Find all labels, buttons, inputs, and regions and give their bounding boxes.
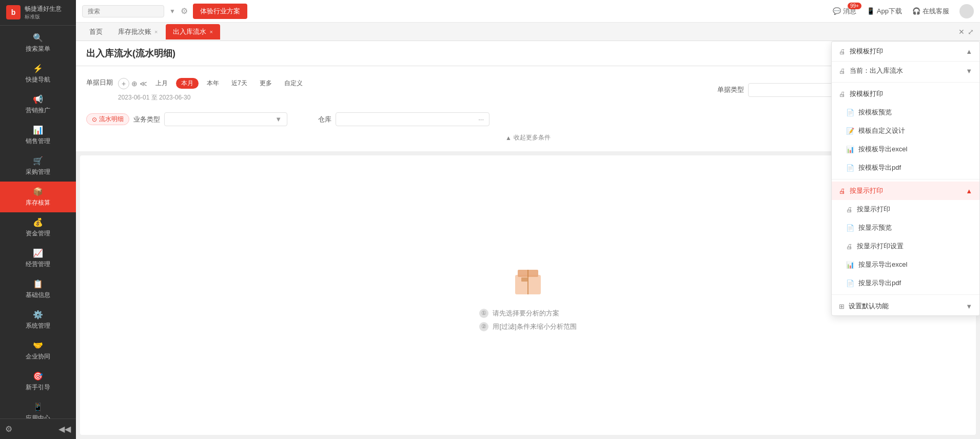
filter-tag-label: 流水明细 (99, 115, 124, 124)
step-num-1: ① (479, 309, 488, 318)
message-badge: 99+ (848, 3, 861, 9)
sidebar-label-quick-nav: 快捷导航 (26, 75, 50, 84)
dropdown-panel: 🖨 按模板打印 ▲ 🖨 当前：出入库流水 ▼ 🖨 按模板打印 📄 按模板 (831, 41, 980, 316)
wh-more-icon[interactable]: ··· (478, 115, 484, 123)
sidebar-icon-sales: 📊 (33, 125, 43, 135)
collapse-btn[interactable]: ▲ 收起更多条件 (505, 130, 551, 145)
sidebar-item-marketing[interactable]: 📢 营销推广 (0, 89, 76, 120)
wh-filter-label: 仓库 (318, 115, 331, 124)
app-logo-icon: b (6, 5, 21, 19)
dp-tpdf-icon: 📄 (846, 164, 854, 172)
app-name: 畅捷通好生意 (25, 5, 62, 13)
user-avatar[interactable] (959, 4, 974, 18)
dp-display-print-item[interactable]: 🖨 按显示打印 (832, 200, 979, 218)
date-opt-last-month[interactable]: 上月 (151, 78, 172, 89)
dp-tcust-label: 模板自定义设计 (858, 126, 905, 135)
dp-divider-3 (832, 294, 979, 295)
tab-home[interactable]: 首页 (82, 24, 110, 39)
filter-setting-icon[interactable]: ⊕ (131, 79, 138, 88)
dp-tp-icon: 🖨 (839, 90, 846, 98)
date-opt-custom[interactable]: 自定义 (280, 78, 307, 89)
sidebar-label-newbie: 新手引导 (26, 383, 50, 392)
sidebar-item-finance[interactable]: 💰 资金管理 (0, 212, 76, 243)
dp-dppdf-icon: 📄 (846, 280, 854, 287)
tab-batch[interactable]: 库存批次账 × (111, 24, 165, 39)
sidebar-item-quick-nav[interactable]: ⚡ 快捷导航 (0, 58, 76, 89)
add-filter-btn[interactable]: + (118, 78, 129, 89)
filter-collapse-icon[interactable]: ≪ (140, 79, 147, 88)
page-title: 出入库流水(流水明细) (86, 47, 175, 59)
sidebar-icon-newbie: 🎯 (33, 371, 43, 381)
settings-icon[interactable]: ⚙ (5, 424, 12, 434)
filter-tag-flow[interactable]: ⊙ 流水明细 (86, 113, 129, 125)
main-area: ▼ ⚙ 体验行业方案 💬 消息 99+ 📱 App下载 🎧 在线客服 首页 (76, 0, 980, 439)
sidebar-label-inventory: 库存核算 (26, 198, 50, 207)
biz-filter-label: 业务类型 (133, 115, 160, 124)
tab-flow-close[interactable]: × (209, 29, 212, 35)
dp-sd-label: 设置默认功能 (849, 302, 889, 311)
dp-display-print-setup[interactable]: 🖨 按显示打印设置 (832, 237, 979, 255)
tab-flow-label: 出入库流水 (173, 27, 206, 36)
sidebar-item-sales[interactable]: 📊 销售管理 (0, 120, 76, 151)
sidebar-icon-operation: 📈 (33, 248, 43, 258)
dp-tpdf-label: 按模板导出pdf (858, 163, 901, 172)
dp-current-inner: 🖨 当前：出入库流水 (839, 66, 903, 75)
biz-filter-select[interactable]: ▼ (164, 112, 287, 126)
sidebar-item-search[interactable]: 🔍 搜索菜单 (0, 28, 76, 58)
date-opt-7days[interactable]: 近7天 (227, 78, 251, 89)
sidebar-icon-basic: 📋 (33, 279, 43, 289)
expand-window-icon[interactable]: ⤢ (968, 28, 974, 36)
dp-current-row[interactable]: 🖨 当前：出入库流水 ▼ (832, 62, 979, 80)
sidebar-item-operation[interactable]: 📈 经营管理 (0, 243, 76, 274)
topbar-gear-icon[interactable]: ⚙ (181, 6, 188, 16)
sidebar-item-basic[interactable]: 📋 基础信息 (0, 274, 76, 305)
dp-expand-btn[interactable]: ▲ (966, 48, 972, 55)
empty-step-1: ① 请先选择要分析的方案 (479, 309, 576, 318)
dp-template-excel[interactable]: 📊 按模板导出excel (832, 140, 979, 158)
date-opt-more[interactable]: 更多 (256, 78, 276, 89)
dp-template-print-header[interactable]: 🖨 按模板打印 (832, 85, 979, 103)
tab-flow[interactable]: 出入库流水 × (166, 24, 220, 39)
dp-current-arrow: ▼ (966, 67, 972, 75)
dp-template-preview[interactable]: 📄 按模板预览 (832, 103, 979, 122)
dp-display-pdf[interactable]: 📄 按显示导出pdf (832, 274, 979, 292)
dp-tp-label: 按模板打印 (850, 89, 883, 98)
sidebar-item-inventory[interactable]: 📦 库存核算 (0, 182, 76, 212)
sidebar-item-purchase[interactable]: 🛒 采购管理 (0, 151, 76, 182)
topbar-app-download[interactable]: 📱 App下载 (867, 7, 902, 16)
sidebar-item-app-center[interactable]: 📱 应用中心 (0, 397, 76, 418)
dp-display-excel[interactable]: 📊 按显示导出excel (832, 255, 979, 274)
sidebar-item-newbie[interactable]: 🎯 新手引导 (0, 366, 76, 397)
topbar-chevron-icon[interactable]: ▼ (169, 8, 175, 15)
dp-dpsetup-icon: 🖨 (846, 243, 853, 250)
wh-filter-select[interactable]: ··· (336, 112, 489, 126)
dp-template-pdf[interactable]: 📄 按模板导出pdf (832, 158, 979, 177)
tab-batch-close[interactable]: × (154, 29, 158, 35)
dp-display-preview[interactable]: 📄 按显示预览 (832, 218, 979, 237)
fold-icon[interactable]: ◀◀ (58, 424, 71, 434)
date-range-display: 2023-06-01 至 2023-06-30 (118, 93, 307, 102)
sidebar-icon-quick-nav: ⚡ (33, 64, 43, 73)
dp-display-print-header[interactable]: 🖨 按显示打印 ▲ (832, 182, 979, 200)
topbar-message[interactable]: 💬 消息 99+ (833, 7, 856, 16)
industry-btn[interactable]: 体验行业方案 (193, 4, 247, 19)
dp-tprev-label: 按模板预览 (858, 108, 892, 117)
date-opt-this-year[interactable]: 本年 (203, 78, 223, 89)
dp-template-custom[interactable]: 📝 模板自定义设计 (832, 122, 979, 140)
sidebar-label-operation: 经营管理 (26, 260, 50, 269)
dp-set-default[interactable]: ⊞ 设置默认功能 ▼ (832, 297, 979, 315)
empty-illustration (507, 260, 548, 301)
biz-select-arrow: ▼ (275, 115, 282, 123)
topbar-search-input[interactable] (82, 5, 164, 17)
date-opt-this-month[interactable]: 本月 (176, 78, 199, 89)
service-icon: 🎧 (912, 7, 920, 15)
topbar-service[interactable]: 🎧 在线客服 (912, 7, 949, 16)
sidebar-item-cooperate[interactable]: 🤝 企业协同 (0, 335, 76, 366)
filter-add-group: + ⊕ ≪ (118, 78, 147, 89)
close-window-icon[interactable]: ✕ (958, 28, 965, 36)
sidebar-item-system[interactable]: ⚙️ 系统管理 (0, 305, 76, 335)
svg-rect-3 (521, 277, 527, 282)
sidebar-label-system: 系统管理 (26, 322, 50, 330)
app-label: App下载 (877, 7, 902, 16)
dp-dprev-label: 按显示预览 (858, 223, 892, 232)
